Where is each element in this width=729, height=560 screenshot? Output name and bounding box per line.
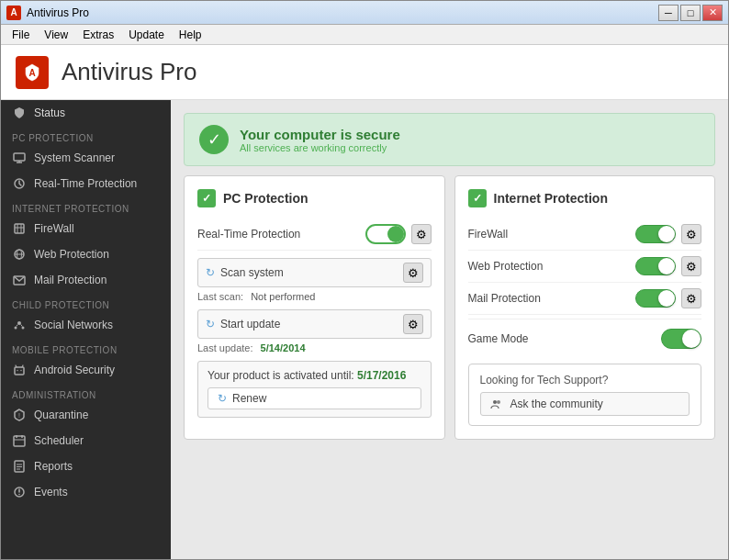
menu-file[interactable]: File [5, 27, 37, 43]
status-text: Your computer is secure All services are… [240, 127, 400, 153]
internet-panel-title: ✓ Internet Protection [468, 189, 702, 207]
mail-gear-button[interactable]: ⚙ [681, 288, 701, 308]
sidebar-item-quarantine[interactable]: ! Quarantine [1, 402, 171, 428]
svg-rect-1 [14, 153, 25, 161]
admin-label: ADMINISTRATION [1, 383, 171, 402]
android-icon [12, 363, 27, 377]
svg-point-15 [22, 327, 25, 330]
game-mode-toggle[interactable] [661, 329, 701, 349]
app-title: Antivirus Pro [62, 58, 196, 86]
web-controls: ⚙ [635, 256, 701, 276]
update-section: ↻ Start update ⚙ Last update: 5/14/2014 [197, 309, 432, 353]
sidebar-item-firewall[interactable]: FireWall [1, 216, 171, 241]
scan-gear-button[interactable]: ⚙ [403, 263, 423, 283]
last-update-val: 5/14/2014 [261, 342, 306, 353]
quarantine-icon: ! [12, 408, 27, 422]
title-bar-icon: A [6, 6, 21, 20]
web-toggle[interactable] [635, 257, 676, 275]
web-gear-button[interactable]: ⚙ [681, 256, 701, 276]
svg-point-19 [17, 370, 17, 371]
realtime-gear-button[interactable]: ⚙ [411, 224, 432, 244]
status-title: Your computer is secure [240, 127, 400, 142]
title-bar: A Antivirus Pro ─ □ ✕ [1, 1, 728, 25]
menu-bar: File View Extras Update Help [1, 25, 728, 45]
internet-protection-label: INTERNET PROTECTION [1, 196, 171, 216]
sidebar-item-status[interactable]: Status [1, 100, 171, 126]
events-icon [12, 485, 27, 499]
update-label-area: ↻ Start update [206, 318, 280, 330]
firewall-knob [658, 226, 675, 242]
sidebar-item-android-security[interactable]: Android Security [1, 357, 171, 383]
minimize-button[interactable]: ─ [658, 5, 679, 21]
svg-point-14 [15, 327, 17, 330]
window-controls: ─ □ ✕ [658, 5, 723, 21]
realtime-toggle[interactable] [365, 224, 406, 244]
sidebar: Status PC PROTECTION System Scanner Real… [1, 100, 171, 559]
menu-update[interactable]: Update [121, 27, 172, 43]
svg-point-34 [497, 400, 500, 404]
sidebar-item-events[interactable]: Events [1, 479, 171, 505]
realtime-knob [387, 226, 404, 242]
activation-box: Your product is activated until: 5/17/20… [197, 361, 432, 418]
main-layout: Status PC PROTECTION System Scanner Real… [1, 100, 728, 559]
sidebar-item-social-networks[interactable]: Social Networks [1, 312, 171, 338]
firewall-icon [12, 221, 27, 236]
update-refresh-icon: ↻ [206, 318, 215, 330]
last-update-info: Last update: 5/14/2014 [197, 342, 432, 353]
firewall-toggle[interactable] [635, 225, 676, 243]
scan-refresh-icon: ↻ [206, 266, 215, 279]
tech-support-title: Looking for Tech Support? [480, 374, 690, 386]
shield-icon [12, 106, 27, 120]
web-knob [658, 258, 675, 274]
renew-icon: ↻ [218, 392, 227, 405]
svg-rect-5 [15, 224, 24, 233]
mail-toggle[interactable] [635, 289, 676, 308]
game-mode-row: Game Mode [468, 319, 702, 358]
update-row: ↻ Start update ⚙ [197, 309, 432, 339]
firewall-gear-button[interactable]: ⚙ [681, 224, 701, 244]
sidebar-item-reports[interactable]: Reports [1, 454, 171, 479]
scan-section: ↻ Scan system ⚙ Last scan: Not performed [197, 258, 432, 302]
menu-help[interactable]: Help [172, 27, 209, 43]
maximize-button[interactable]: □ [680, 5, 701, 21]
ask-community-button[interactable]: Ask the community [480, 392, 690, 416]
mail-label: Mail Protection [468, 292, 541, 305]
activation-text: Your product is activated until: 5/17/20… [207, 369, 421, 382]
mobile-protection-label: MOBILE PROTECTION [1, 338, 171, 357]
web-label: Web Protection [468, 260, 544, 273]
sidebar-item-scheduler[interactable]: Scheduler [1, 428, 171, 454]
realtime-icon [12, 176, 27, 191]
svg-text:!: ! [18, 412, 20, 419]
monitor-icon [12, 151, 27, 165]
reports-icon [12, 459, 27, 474]
menu-view[interactable]: View [37, 27, 75, 43]
firewall-toggle-row: FireWall ⚙ [468, 218, 702, 251]
renew-button[interactable]: ↻ Renew [207, 387, 421, 409]
scan-label: Scan system [220, 266, 284, 279]
sidebar-item-web-protection[interactable]: Web Protection [1, 241, 171, 267]
realtime-toggle-row: Real-Time Protection ⚙ [197, 218, 432, 251]
sidebar-item-mail-protection[interactable]: Mail Protection [1, 267, 171, 293]
mail-toggle-row: Mail Protection ⚙ [468, 283, 702, 315]
sidebar-item-system-scanner[interactable]: System Scanner [1, 145, 171, 171]
update-gear-button[interactable]: ⚙ [403, 314, 423, 334]
pc-protection-label: PC PROTECTION [1, 126, 171, 145]
web-toggle-row: Web Protection ⚙ [468, 251, 702, 283]
realtime-label: Real-Time Protection [197, 228, 300, 241]
menu-extras[interactable]: Extras [75, 27, 121, 43]
scan-row: ↻ Scan system ⚙ [197, 258, 432, 287]
game-mode-knob [682, 330, 701, 348]
app-window: A Antivirus Pro ─ □ ✕ File View Extras U… [0, 0, 729, 560]
status-banner: ✓ Your computer is secure All services a… [184, 113, 715, 166]
svg-point-33 [493, 400, 497, 404]
internet-check-icon: ✓ [468, 189, 487, 207]
pc-panel-title: ✓ PC Protection [197, 189, 432, 207]
close-button[interactable]: ✕ [702, 5, 723, 21]
sidebar-item-realtime-protection[interactable]: Real-Time Protection [1, 171, 171, 196]
svg-point-20 [20, 370, 21, 371]
globe-icon [12, 247, 27, 262]
svg-rect-18 [15, 367, 24, 375]
mail-icon [12, 273, 27, 287]
app-logo: A [16, 56, 49, 89]
last-scan-info: Last scan: Not performed [197, 291, 432, 302]
